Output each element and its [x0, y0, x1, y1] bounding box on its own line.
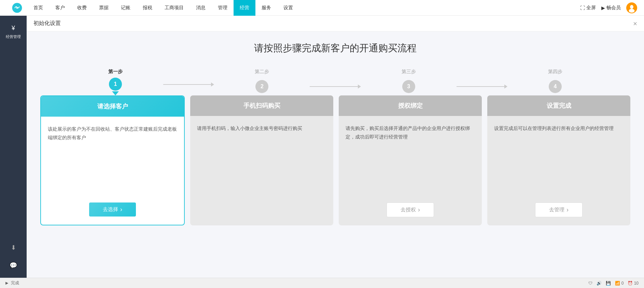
volume-icon: 🔊: [597, 281, 602, 286]
sidebar-item-download[interactable]: ⬇: [0, 239, 27, 257]
step-labels-row: 第一步 第二步 第三步 第四步: [40, 68, 630, 75]
signal-icon: 📶 0: [615, 281, 624, 286]
step-1-pointer: [112, 91, 119, 95]
step-card-4-body: 设置完成后可以在管理列表进行所有企业用户的经营管理: [487, 116, 630, 197]
step-2-circle: 2: [255, 80, 268, 93]
close-button[interactable]: ×: [633, 20, 637, 27]
sidebar-item-chat[interactable]: 💬: [0, 257, 27, 274]
step-4-circle: 4: [549, 80, 562, 93]
step-card-3-header: 授权绑定: [339, 95, 482, 116]
step-card-2-body: 请用手机扫码，输入小微企业主账号密码进行购买: [190, 116, 333, 212]
nav-item-message[interactable]: 消息: [190, 0, 212, 16]
step-card-4-footer: 去管理 ›: [487, 197, 630, 225]
go-authorize-arrow: ›: [418, 206, 420, 213]
page-header: 初始化设置 ×: [27, 16, 644, 31]
step-card-4-header: 设置完成: [487, 95, 630, 116]
go-select-arrow: ›: [120, 206, 122, 213]
clock-icon: ⏰ 10: [628, 281, 639, 286]
vip-label: 畅会员: [606, 5, 621, 11]
fullscreen-btn[interactable]: ⛶ 全屏: [580, 5, 596, 11]
nav-item-customer[interactable]: 客户: [49, 0, 71, 16]
svg-point-3: [630, 5, 633, 9]
arrow-1-2: [163, 82, 214, 87]
nav-item-operation[interactable]: 经营: [234, 0, 255, 16]
step-2-circle-col: 2: [214, 80, 310, 93]
step-card-3: 授权绑定 请先购买，购买后选择开通的产品中的企业用户进行授权绑定，成功后即可进行…: [339, 95, 482, 225]
go-select-button[interactable]: 去选择 ›: [89, 202, 136, 217]
step-cards: 请选择客户 该处展示的客户为不在回收站、客户状态正常建账后完成老板端绑定的所有客…: [40, 95, 630, 225]
nav-item-tax[interactable]: 报税: [137, 0, 158, 16]
sidebar: ¥ 经营管理 ⬇ 💬: [0, 16, 27, 278]
shield-icon: 🛡: [588, 281, 592, 286]
top-nav: 首页 客户 收费 票据 记账 报税 工商项目 消息 管理 经营 服务 设置 ⛶ …: [0, 0, 644, 16]
svg-point-1: [16, 7, 18, 9]
main-layout: ¥ 经营管理 ⬇ 💬 初始化设置 × 请按照步骤完成新客户的开通购买流程 第一步: [0, 16, 644, 278]
step-1-label: 第一步: [68, 68, 163, 75]
go-manage-button[interactable]: 去管理 ›: [535, 202, 583, 217]
step-card-2-footer: [190, 212, 333, 225]
avatar[interactable]: [626, 2, 637, 13]
step-circles-row: 1 2 3: [40, 78, 630, 95]
go-manage-arrow: ›: [566, 206, 569, 213]
sidebar-bottom: ⬇ 💬: [0, 239, 27, 278]
step-1-circle: 1: [109, 78, 122, 91]
step-card-2-header: 手机扫码购买: [190, 95, 333, 116]
step-card-3-body: 请先购买，购买后选择开通的产品中的企业用户进行授权绑定，成功后即可进行经营管理: [339, 116, 482, 197]
go-manage-label: 去管理: [549, 207, 564, 213]
nav-item-manage[interactable]: 管理: [212, 0, 234, 16]
svg-point-4: [629, 9, 635, 12]
step-3-label: 第三步: [361, 68, 457, 75]
go-select-label: 去选择: [103, 206, 118, 213]
arrow-3-4: [457, 84, 507, 89]
step-card-4: 设置完成 设置完成后可以在管理列表进行所有企业用户的经营管理 去管理 ›: [487, 95, 630, 225]
status-right: 🛡 🔊 💾 📶 0 ⏰ 10: [588, 281, 639, 286]
status-bar: ▶ 完成 🛡 🔊 💾 📶 0 ⏰ 10: [0, 278, 644, 288]
status-left: ▶ 完成: [5, 280, 19, 286]
steps-container: 请按照步骤完成新客户的开通购买流程 第一步 第二步 第三步 第四步: [27, 31, 644, 278]
step-2-label: 第二步: [214, 68, 310, 75]
nav-item-fee[interactable]: 收费: [71, 0, 93, 16]
nav-item-settings[interactable]: 设置: [277, 0, 299, 16]
go-authorize-button[interactable]: 去授权 ›: [387, 202, 434, 217]
fullscreen-label: 全屏: [586, 5, 596, 11]
sidebar-item-operation[interactable]: ¥ 经营管理: [0, 19, 27, 43]
play-status-icon: ▶: [5, 281, 8, 285]
step-card-1: 请选择客户 该处展示的客户为不在回收站、客户状态正常建账后完成老板端绑定的所有客…: [40, 95, 185, 225]
save-icon: 💾: [606, 281, 611, 286]
page-title: 初始化设置: [33, 20, 61, 27]
download-icon: ⬇: [9, 243, 18, 252]
sidebar-item-label: 经营管理: [6, 34, 21, 39]
fullscreen-icon: ⛶: [580, 5, 585, 11]
step-card-1-body: 该处展示的客户为不在回收站、客户状态正常建账后完成老板端绑定的所有客户: [41, 117, 184, 197]
nav-item-bookkeeping[interactable]: 记账: [115, 0, 137, 16]
status-text: 完成: [11, 280, 19, 286]
step-1-circle-col: 1: [68, 78, 163, 95]
play-icon: ▶: [601, 5, 605, 11]
go-authorize-label: 去授权: [401, 207, 416, 213]
step-3-circle: 3: [402, 80, 415, 93]
step-4-label: 第四步: [507, 68, 603, 75]
step-card-1-header: 请选择客户: [41, 96, 184, 117]
nav-item-business[interactable]: 工商项目: [158, 0, 190, 16]
step-card-1-footer: 去选择 ›: [41, 197, 184, 225]
chat-icon: 💬: [9, 261, 18, 270]
nav-items: 首页 客户 收费 票据 记账 报税 工商项目 消息 管理 经营 服务 设置: [27, 0, 580, 16]
nav-item-home[interactable]: 首页: [27, 0, 49, 16]
steps-main-title: 请按照步骤完成新客户的开通购买流程: [40, 42, 630, 55]
content-area: 初始化设置 × 请按照步骤完成新客户的开通购买流程 第一步 第二步 第三步 第四…: [27, 16, 644, 278]
nav-right: ⛶ 全屏 ▶ 畅会员: [580, 2, 637, 13]
nav-item-service[interactable]: 服务: [255, 0, 277, 16]
logo: [7, 2, 27, 13]
step-3-circle-col: 3: [361, 80, 457, 93]
step-card-3-footer: 去授权 ›: [339, 197, 482, 225]
arrow-2-3: [310, 84, 361, 89]
nav-item-invoice[interactable]: 票据: [93, 0, 115, 16]
step-card-2: 手机扫码购买 请用手机扫码，输入小微企业主账号密码进行购买: [190, 95, 333, 225]
yuan-icon: ¥: [9, 23, 18, 33]
vip-btn[interactable]: ▶ 畅会员: [601, 5, 621, 11]
step-4-circle-col: 4: [507, 80, 603, 93]
